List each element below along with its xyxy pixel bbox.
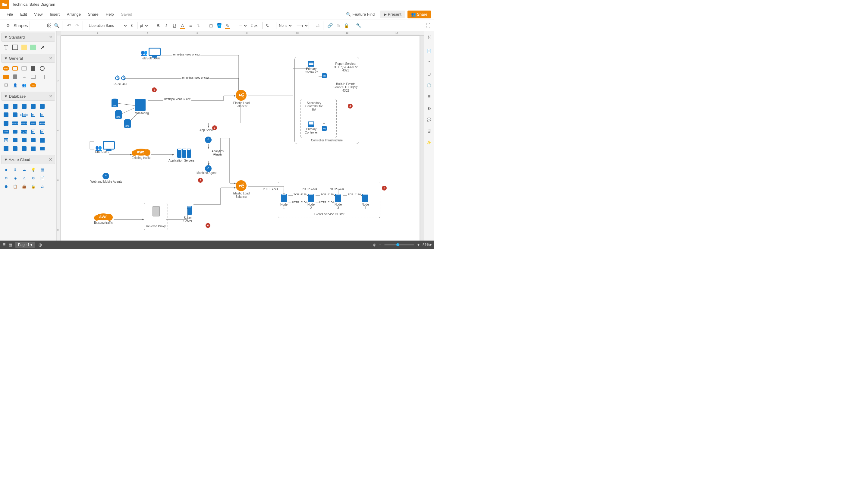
quote-icon[interactable]: ❝ — [426, 59, 432, 66]
node-web-mobile-agents[interactable]: ^ Web and Mobile Agents — [103, 173, 122, 183]
db-shape[interactable]: R — [39, 128, 46, 135]
underline-button[interactable]: U — [171, 22, 178, 29]
db-shape[interactable] — [2, 103, 10, 110]
node-machine-agent[interactable]: ^ — [205, 165, 212, 172]
db-shape[interactable]: S — [2, 137, 10, 144]
font-select[interactable]: Liberation Sans — [86, 22, 128, 29]
node-end-users[interactable]: 👥 End Users — [90, 141, 115, 154]
node-2[interactable]: Node 2 — [308, 194, 316, 210]
db-shape[interactable]: MS SQL — [12, 120, 19, 127]
azure-shape[interactable]: ◆ — [2, 167, 10, 173]
node-3[interactable]: Node 3 — [335, 194, 343, 210]
grid-view-icon[interactable]: ▦ — [9, 243, 12, 247]
db-shape[interactable] — [12, 145, 19, 152]
lock-icon[interactable]: 🔒 — [343, 22, 350, 29]
calendar-icon[interactable] — [39, 74, 46, 80]
node-elb[interactable]: Elastic Load Balancer — [236, 90, 252, 108]
azure-shape[interactable]: 💡 — [29, 167, 37, 173]
zoom-slider[interactable] — [384, 245, 414, 245]
node-primary-controller[interactable]: Primary Controller — [308, 61, 319, 74]
menu-edit[interactable]: Edit — [16, 12, 30, 16]
block-shape[interactable] — [29, 44, 37, 51]
target-icon[interactable]: ◎ — [373, 243, 376, 247]
bold-button[interactable]: B — [154, 22, 162, 29]
magnet-icon[interactable]: ⋒ — [335, 22, 342, 29]
list-view-icon[interactable]: ☰ — [2, 243, 6, 247]
db-shape[interactable] — [12, 128, 19, 135]
node-sql-db[interactable]: SQL — [124, 120, 131, 128]
shapes-panel[interactable]: ▼ Standard✕ T ↗ ▼ General✕ AWS ☁ 🎞 👤 👥 — [0, 31, 57, 240]
db-shape[interactable] — [12, 137, 19, 144]
db-shape[interactable] — [29, 137, 37, 144]
menu-share[interactable]: Share — [84, 12, 102, 16]
azure-shape[interactable]: ⚠ — [21, 175, 28, 182]
add-page-button[interactable]: ⊕ — [38, 242, 42, 248]
swap-icon[interactable]: ⇄ — [314, 22, 321, 29]
panel-database-header[interactable]: ▼ Database✕ — [1, 92, 55, 101]
link-icon[interactable]: 🔗 — [326, 22, 334, 29]
folder-icon[interactable] — [0, 0, 9, 9]
monitor-icon[interactable] — [12, 65, 19, 72]
node-aws-cloud[interactable]: AWS Existing traffic — [132, 149, 150, 159]
aws-cloud-icon[interactable]: AWS — [2, 65, 10, 72]
db-shape[interactable] — [2, 120, 10, 127]
azure-shape[interactable]: ⬢ — [2, 183, 10, 190]
menu-help[interactable]: Help — [102, 12, 118, 16]
db-shape[interactable] — [39, 145, 46, 152]
node-aws-cloud-2[interactable]: AWS Existing traffic — [94, 213, 113, 224]
align-button[interactable]: ≡ — [187, 22, 194, 29]
node-rest-api[interactable]: ⚙⚙ REST API — [113, 74, 127, 86]
arrow-end-select[interactable]: ──▶ — [294, 22, 309, 29]
node-1[interactable]: Node 1 — [281, 194, 289, 210]
collapse-icon[interactable]: ⟨⟨ — [426, 34, 432, 40]
node-app-servers[interactable]: Application Servers — [174, 149, 195, 162]
close-icon[interactable]: ✕ — [49, 157, 52, 162]
canvas-area[interactable]: 2468101214 2468 — [57, 31, 424, 240]
film-icon[interactable]: 🎞 — [2, 82, 10, 89]
fullscreen-icon[interactable]: ⛶ — [424, 22, 431, 29]
gear-icon[interactable]: ⚙ — [4, 22, 12, 29]
close-icon[interactable]: ✕ — [49, 35, 52, 39]
db-shape[interactable] — [29, 103, 37, 110]
node-analytics-top[interactable]: ^ — [205, 136, 212, 143]
node-primary-controller-2[interactable]: Primary Controller — [308, 121, 319, 134]
layers-icon[interactable]: ☰ — [426, 93, 432, 100]
node-mysql[interactable]: My — [322, 73, 327, 78]
present-icon[interactable]: ▢ — [426, 70, 432, 77]
azure-shape[interactable]: 📋 — [12, 183, 19, 190]
share-button[interactable]: 👥 Share — [408, 11, 431, 18]
canvas[interactable]: HTTP(S): 4302 or 662 HTTP(S): 4302 or 66… — [61, 36, 419, 240]
data-icon[interactable]: 🗄 — [426, 128, 432, 134]
text-color-button[interactable]: A — [179, 22, 186, 29]
db-shape[interactable] — [39, 137, 46, 144]
menu-file[interactable]: File — [3, 12, 16, 16]
node-elb-2[interactable]: Elastic Load Balancer — [236, 180, 252, 198]
page-icon[interactable]: 📄 — [426, 48, 432, 54]
node-mysql-2[interactable]: My — [322, 126, 327, 131]
users-icon[interactable]: 👥 — [21, 82, 28, 89]
card-icon[interactable] — [29, 74, 37, 80]
clock-icon[interactable]: 🕐 — [426, 82, 432, 89]
zoom-out-button[interactable]: − — [379, 243, 381, 247]
node-sql-db[interactable]: SQL — [111, 100, 118, 107]
page-select[interactable]: Page 1 ▾ — [15, 242, 35, 248]
font-size-input[interactable] — [129, 22, 136, 29]
db-shape[interactable] — [2, 112, 10, 118]
db-shape[interactable] — [12, 103, 19, 110]
db-shape[interactable]: R — [39, 112, 46, 118]
search-icon[interactable]: 🔍 — [53, 22, 60, 29]
shapes-label[interactable]: Shapes — [12, 23, 28, 28]
zoom-level[interactable]: 51% ▾ — [423, 243, 431, 247]
node-sql-db[interactable]: SQL — [115, 111, 122, 119]
monitor-gray-icon[interactable] — [21, 65, 28, 72]
db-shape[interactable] — [39, 103, 46, 110]
menu-insert[interactable]: Insert — [46, 12, 63, 16]
zoom-in-button[interactable]: + — [417, 243, 419, 247]
node-telesoft-users[interactable]: 👥 TeleSoft Users — [141, 48, 161, 60]
text-shape[interactable]: T — [2, 44, 10, 51]
stack-icon[interactable] — [2, 74, 10, 80]
close-icon[interactable]: ✕ — [49, 94, 52, 99]
arrow-start-select[interactable]: None — [276, 22, 293, 29]
db-shape[interactable] — [29, 145, 37, 152]
redo-button[interactable]: ↷ — [74, 22, 81, 29]
